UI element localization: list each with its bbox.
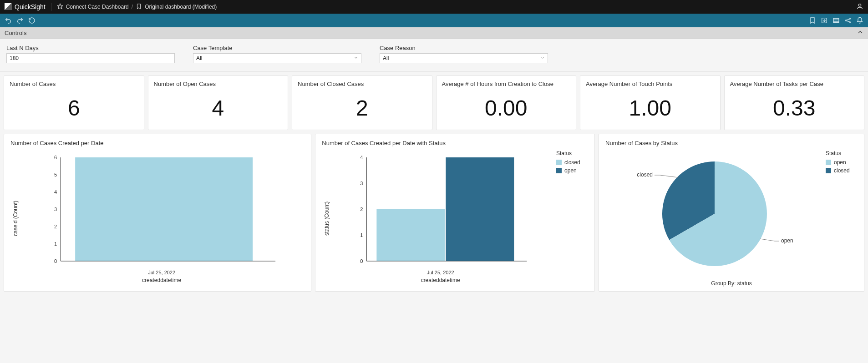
select-case-reason[interactable]: All <box>380 53 548 63</box>
bar <box>75 157 253 261</box>
svg-text:3: 3 <box>54 207 57 212</box>
kpi-title: Number of Cases <box>10 81 138 87</box>
caret-down-icon <box>540 55 545 61</box>
groupby-label: Group By: status <box>605 280 858 287</box>
bookmark-outline-icon[interactable] <box>136 3 142 11</box>
export-icon[interactable] <box>821 17 828 24</box>
kpi-value: 2 <box>298 91 426 125</box>
kpi-title: Average Number of Touch Points <box>586 81 715 87</box>
x-tick-label: Jul 25, 2022 <box>330 270 551 275</box>
chart-cases-per-date-status[interactable]: Number of Cases Created per Date with St… <box>315 134 595 292</box>
kpi-title: Average Number of Tasks per Case <box>730 81 859 87</box>
controls-header[interactable]: Controls <box>0 27 868 39</box>
kpi-avg-tasks-per-case[interactable]: Average Number of Tasks per Case 0.33 <box>724 76 865 130</box>
svg-line-12 <box>847 21 849 22</box>
sheets-icon[interactable] <box>832 17 840 24</box>
legend-item-closed[interactable]: closed <box>826 167 858 174</box>
chart-title: Number of Cases Created per Date with St… <box>322 140 588 146</box>
svg-text:5: 5 <box>54 172 57 177</box>
legend: Status open closed <box>826 150 858 277</box>
chart-svg: 4 3 2 1 0 <box>330 150 551 268</box>
svg-text:0: 0 <box>54 258 57 264</box>
svg-text:0: 0 <box>360 258 363 264</box>
redo-icon[interactable] <box>16 17 24 24</box>
breadcrumb-current: Original dashboard (Modified) <box>145 4 217 10</box>
kpi-value: 0.33 <box>730 91 859 125</box>
kpi-avg-touch-points[interactable]: Average Number of Touch Points 1.00 <box>580 76 721 130</box>
caret-down-icon <box>354 55 358 61</box>
chevron-up-icon[interactable] <box>857 29 863 37</box>
breadcrumb-dashboard[interactable]: Connect Case Dashboard <box>66 4 129 10</box>
kpi-value: 0.00 <box>442 91 571 125</box>
chart-cases-by-status[interactable]: Number of Cases by Status closed open <box>599 134 864 292</box>
y-axis-label: caseid (Count) <box>10 150 19 287</box>
breadcrumb: Connect Case Dashboard / Original dashbo… <box>57 3 217 11</box>
legend-label: closed <box>564 159 580 166</box>
select-case-reason-value: All <box>383 55 389 61</box>
topbar-left: QuickSight Connect Case Dashboard / Orig… <box>5 3 217 11</box>
kpi-avg-hours-creation-close[interactable]: Average # of Hours from Creation to Clos… <box>436 76 577 130</box>
chart-svg: 6 5 4 3 2 1 0 <box>19 150 305 268</box>
kpi-value: 4 <box>154 91 283 125</box>
chart-body: caseid (Count) 6 5 4 3 2 1 0 <box>10 150 305 287</box>
bookmark-icon[interactable] <box>809 17 816 24</box>
x-tick-label: Jul 25, 2022 <box>19 270 305 275</box>
kpi-value: 1.00 <box>586 91 715 125</box>
controls-panel: Last N Days Case Template All Case Reaso… <box>0 39 868 72</box>
undo-icon[interactable] <box>5 17 12 24</box>
app-name: QuickSight <box>15 3 46 10</box>
swatch-open-icon <box>556 168 562 173</box>
star-icon[interactable] <box>57 3 63 11</box>
chart-row: Number of Cases Created per Date caseid … <box>0 134 868 295</box>
controls-title: Controls <box>5 30 26 36</box>
toolbar-left <box>5 17 36 24</box>
bell-icon[interactable] <box>856 17 863 24</box>
legend-title: Status <box>556 150 588 156</box>
svg-marker-2 <box>57 4 63 9</box>
svg-text:2: 2 <box>54 224 57 229</box>
bar-closed <box>377 209 445 261</box>
chart-svg: closed open <box>605 150 824 277</box>
kpi-number-of-cases[interactable]: Number of Cases 6 <box>4 76 144 130</box>
bar-open <box>446 157 514 261</box>
control-label-last-n-days: Last N Days <box>6 45 175 51</box>
kpi-number-of-closed-cases[interactable]: Number of Closed Cases 2 <box>292 76 432 130</box>
legend-title: Status <box>826 150 858 156</box>
svg-point-3 <box>858 4 861 6</box>
chart-title: Number of Cases by Status <box>605 140 858 146</box>
legend-item-open[interactable]: open <box>556 167 588 174</box>
svg-text:4: 4 <box>54 189 57 195</box>
chart-body: closed open Status open closed <box>605 150 858 277</box>
kpi-title: Number of Open Cases <box>154 81 283 87</box>
svg-point-8 <box>846 20 847 21</box>
svg-text:6: 6 <box>54 155 57 160</box>
kpi-title: Number of Closed Cases <box>298 81 426 87</box>
pie-label-closed: closed <box>637 171 653 178</box>
kpi-row: Number of Cases 6 Number of Open Cases 4… <box>0 72 868 134</box>
topbar-right <box>856 3 863 11</box>
user-icon[interactable] <box>856 3 863 11</box>
select-case-template[interactable]: All <box>193 53 361 63</box>
select-case-template-value: All <box>196 55 202 61</box>
share-icon[interactable] <box>844 17 852 24</box>
chart-cases-per-date[interactable]: Number of Cases Created per Date caseid … <box>4 134 311 292</box>
control-case-template: Case Template All <box>193 45 361 63</box>
breadcrumb-separator: / <box>132 4 133 10</box>
toolbar-right <box>809 17 863 24</box>
legend-item-open[interactable]: open <box>826 159 858 166</box>
legend: Status closed open <box>556 150 588 287</box>
legend-label: closed <box>834 167 850 174</box>
input-last-n-days[interactable] <box>6 53 175 63</box>
kpi-number-of-open-cases[interactable]: Number of Open Cases 4 <box>148 76 289 130</box>
control-last-n-days: Last N Days <box>6 45 175 63</box>
reset-icon[interactable] <box>28 17 36 24</box>
legend-item-closed[interactable]: closed <box>556 159 588 166</box>
app-logo[interactable]: QuickSight <box>5 3 46 11</box>
pie-label-open: open <box>781 237 793 244</box>
svg-point-10 <box>849 22 851 23</box>
legend-label: open <box>564 167 577 174</box>
swatch-closed-icon <box>556 160 562 165</box>
x-axis-label: createddatetime <box>330 277 551 283</box>
svg-text:1: 1 <box>360 232 363 238</box>
swatch-open-icon <box>826 160 831 165</box>
